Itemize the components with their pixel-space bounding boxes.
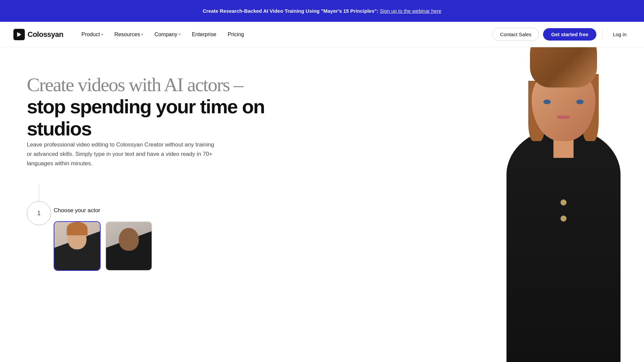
logo[interactable]: Colossyan — [13, 29, 63, 40]
chevron-down-icon: ▾ — [179, 33, 180, 36]
ai-actor-right-eye — [576, 100, 584, 104]
actor-female-avatar — [54, 222, 100, 270]
nav-label-pricing: Pricing — [228, 32, 244, 38]
nav-item-pricing[interactable]: Pricing — [223, 29, 249, 40]
ai-actor-hair — [530, 47, 597, 87]
banner-bold-text: Create Research-Backed AI Video Training… — [203, 8, 378, 14]
hero-section: Create videos with AI actors – stop spen… — [0, 47, 644, 362]
get-started-button[interactable]: Get started free — [543, 28, 596, 41]
hero-content: Create videos with AI actors – stop spen… — [27, 67, 275, 362]
nav-links: Product ▾ Resources ▾ Company ▾ Enterpri… — [77, 29, 492, 40]
logo-text: Colossyan — [28, 30, 63, 39]
hero-headline-1: Create videos with AI actors – — [27, 74, 243, 96]
jacket-button-1 — [560, 199, 567, 205]
contact-sales-button[interactable]: Contact Sales — [492, 28, 539, 41]
ai-actor-body — [506, 128, 621, 362]
step-connector-line — [39, 184, 39, 201]
nav-label-company: Company — [154, 32, 177, 38]
actor-card-female[interactable] — [54, 221, 101, 271]
nav-label-enterprise: Enterprise — [192, 32, 216, 38]
nav-actions: Contact Sales Get started free Log in — [492, 28, 631, 41]
chevron-down-icon: ▾ — [101, 33, 103, 36]
hero-headline: Create videos with AI actors – stop spen… — [27, 74, 275, 140]
nav-item-company[interactable]: Company ▾ — [150, 29, 185, 40]
nav-item-enterprise[interactable]: Enterprise — [187, 29, 221, 40]
nav-label-product: Product — [82, 32, 100, 38]
jacket-button-2 — [560, 216, 567, 222]
main-nav: Colossyan Product ▾ Resources ▾ Company … — [0, 22, 644, 47]
ai-actor-buttons — [560, 199, 567, 222]
logo-icon — [13, 29, 25, 40]
svg-marker-1 — [19, 32, 21, 37]
banner-link[interactable]: Sign up to the webinar here — [380, 8, 441, 14]
nav-item-resources[interactable]: Resources ▾ — [110, 29, 148, 40]
step-1: 1 Choose your actor — [27, 201, 275, 271]
nav-label-resources: Resources — [114, 32, 140, 38]
actor-male-avatar — [106, 222, 152, 270]
step-1-number: 1 — [27, 201, 51, 225]
ai-actor-figure — [483, 61, 644, 362]
ai-actor-eyes — [543, 100, 584, 104]
nav-item-product[interactable]: Product ▾ — [77, 29, 108, 40]
actor-card-male[interactable] — [105, 221, 152, 271]
step-1-label: Choose your actor — [54, 207, 275, 214]
ai-actor-left-eye — [543, 100, 551, 104]
hero-headline-2: stop spending your time on studios — [27, 96, 264, 140]
announcement-banner: Create Research-Backed AI Video Training… — [0, 0, 644, 22]
ai-actor-mouth — [557, 116, 570, 119]
actor-cards — [54, 221, 275, 271]
steps-container: 1 Choose your actor — [27, 201, 275, 271]
hero-description: Leave professional video editing to Colo… — [27, 140, 215, 168]
nav-divider — [602, 30, 603, 39]
chevron-down-icon: ▾ — [141, 33, 143, 36]
login-button[interactable]: Log in — [609, 29, 631, 40]
hero-ai-actor-image — [476, 47, 644, 362]
